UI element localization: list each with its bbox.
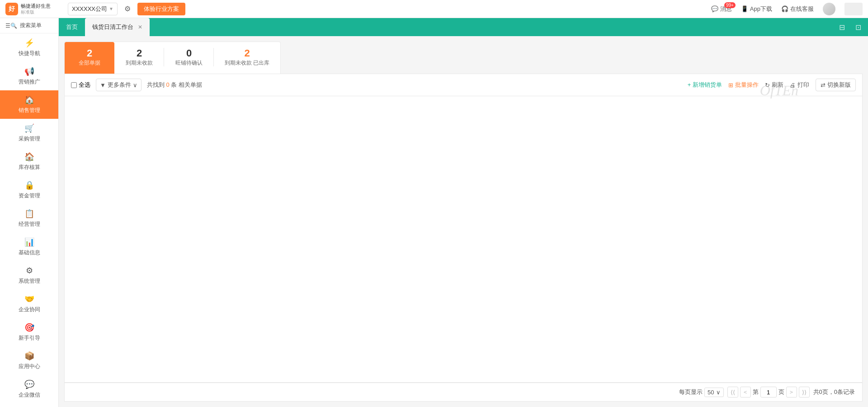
search-icon: ☰🔍 [5, 23, 17, 29]
sidebar-item-quick-nav[interactable]: ⚡ 快捷导航 [0, 33, 58, 62]
sidebar-item-newbie[interactable]: 🎯 新手引导 [0, 318, 58, 346]
new-sale-order-button[interactable]: + 新增销货单 [688, 81, 722, 89]
quick-nav-icon: ⚡ [24, 38, 34, 48]
chevron-down-icon: ▼ [109, 6, 113, 11]
download-icon: 📱 [741, 5, 748, 12]
inventory-icon: 🏠 [24, 152, 34, 162]
switch-icon: ⇄ [821, 82, 826, 89]
page-size-dropdown[interactable]: 50 ∨ [704, 388, 723, 397]
sidebar-item-basic[interactable]: 📊 基础信息 [0, 233, 58, 261]
switch-version-button[interactable]: ⇄ 切换新版 [816, 79, 856, 91]
online-service-button[interactable]: 🎧 在线客服 [781, 5, 814, 13]
tab-workbench[interactable]: 钱货日清工作台 ✕ [85, 18, 150, 36]
sidebar-item-inventory[interactable]: 🏠 库存核算 [0, 147, 58, 176]
top-right-actions: 💬 消息 99+ 📱 App下载 🎧 在线客服 [711, 3, 863, 15]
sidebar-item-sales[interactable]: 🏠 销售管理 [0, 90, 58, 119]
logo-icon: 好 [5, 3, 18, 15]
basic-icon: 📊 [24, 237, 34, 247]
toolbar: 全选 ▼ 更多条件 ∨ 共找到 0 条 相关单据 + 新增销货单 ⊞ [64, 74, 863, 96]
stat-tab-overdue-shipped[interactable]: 2 到期未收款 已出库 [214, 42, 280, 74]
sidebar: ☰🔍 搜索菜单 ⚡ 快捷导航 📢 营销推广 🏠 销售管理 🛒 采购管理 🏠 库存… [0, 18, 59, 407]
next-page-button[interactable]: ＞ [786, 387, 797, 398]
trial-button[interactable]: 体验行业方案 [137, 3, 185, 15]
sales-icon: 🏠 [24, 95, 34, 105]
weixin-icon: 💬 [24, 379, 34, 389]
settings-button[interactable]: ⚙ [121, 3, 134, 15]
company-selector[interactable]: XXXXXX公司 ▼ [68, 3, 118, 15]
prev-page-button[interactable]: ＜ [740, 387, 751, 398]
more-filter-button[interactable]: ▼ 更多条件 ∨ [96, 79, 142, 91]
total-info: 共0页，0条记录 [813, 388, 855, 396]
page-number-input[interactable] [760, 387, 777, 398]
system-icon: ⚙ [26, 266, 33, 276]
stat-tab-all[interactable]: 2 全部单据 [65, 42, 114, 74]
filter-icon: ▼ [100, 82, 106, 89]
tab-bar-right: ⊟ ⊡ [835, 21, 868, 33]
result-text: 共找到 0 条 相关单据 [147, 81, 202, 89]
main-layout: ☰🔍 搜索菜单 ⚡ 快捷导航 📢 营销推广 🏠 销售管理 🛒 采购管理 🏠 库存… [0, 18, 868, 407]
sidebar-item-operation[interactable]: 📋 经营管理 [0, 204, 58, 233]
batch-icon: ⊞ [728, 82, 733, 89]
print-icon: 🖨 [790, 82, 796, 89]
app-download-button[interactable]: 📱 App下载 [741, 5, 772, 13]
tab-close-icon[interactable]: ✕ [138, 24, 142, 30]
select-all-area[interactable]: 全选 [71, 81, 90, 89]
search-menu-item[interactable]: ☰🔍 搜索菜单 [0, 18, 58, 33]
page-content: 2 全部单据 2 到期未收款 0 旺铺待确认 2 到期未收款 已出库 [59, 36, 868, 407]
operation-icon: 📋 [24, 209, 34, 219]
service-icon: 🎧 [781, 5, 788, 12]
sidebar-item-member[interactable]: ♥ 畅会员 [0, 403, 58, 407]
stats-tabs: 2 全部单据 2 到期未收款 0 旺铺待确认 2 到期未收款 已出库 [64, 42, 281, 74]
sidebar-item-weixin[interactable]: 💬 企业微信 [0, 375, 58, 403]
message-button[interactable]: 💬 消息 99+ [711, 5, 732, 13]
stat-tab-pending[interactable]: 0 旺铺待确认 [164, 42, 214, 74]
marketing-icon: 📢 [24, 66, 34, 76]
enterprise-icon: 🤝 [24, 294, 34, 304]
page-size-select: 每页显示 50 ∨ [679, 388, 723, 397]
sidebar-item-system[interactable]: ⚙ 系统管理 [0, 261, 58, 290]
user-menu[interactable] [844, 3, 863, 15]
refresh-icon: ↻ [765, 82, 770, 89]
sidebar-item-purchase[interactable]: 🛒 采购管理 [0, 119, 58, 147]
table-area [64, 96, 863, 383]
sidebar-item-marketing[interactable]: 📢 营销推广 [0, 62, 58, 90]
logo-text: 畅捷通好生意 标准版 [21, 3, 51, 15]
avatar[interactable] [823, 3, 835, 15]
last-page-button[interactable]: ⟩⟩ [799, 387, 810, 398]
refresh-button[interactable]: ↻ 刷新 [765, 81, 783, 89]
top-bar: 好 畅捷通好生意 标准版 XXXXXX公司 ▼ ⚙ 体验行业方案 💬 消息 99… [0, 0, 868, 18]
first-page-button[interactable]: ⟨⟨ [727, 387, 738, 398]
pagination-bar: 每页显示 50 ∨ ⟨⟨ ＜ 第 页 ＞ ⟩⟩ 共0页，0条记录 [64, 383, 863, 402]
purchase-icon: 🛒 [24, 123, 34, 133]
message-icon: 💬 [711, 5, 718, 12]
page-navigation: ⟨⟨ ＜ 第 页 ＞ ⟩⟩ [727, 387, 810, 398]
stat-tab-overdue[interactable]: 2 到期未收款 [114, 42, 164, 74]
message-badge: 99+ [724, 2, 736, 8]
chevron-icon: ∨ [133, 82, 137, 89]
finance-icon: 🔒 [24, 180, 34, 190]
sidebar-item-app-center[interactable]: 📦 应用中心 [0, 346, 58, 375]
toolbar-right: + 新增销货单 ⊞ 批量操作 ↻ 刷新 🖨 打印 ⇄ [688, 79, 856, 91]
select-all-checkbox[interactable] [71, 82, 77, 88]
print-button[interactable]: 🖨 打印 [790, 81, 809, 89]
sidebar-item-enterprise[interactable]: 🤝 企业协同 [0, 290, 58, 318]
tab-home[interactable]: 首页 [59, 18, 85, 36]
newbie-icon: 🎯 [24, 323, 34, 332]
tab-minimize-button[interactable]: ⊟ [835, 21, 848, 33]
tab-bar: 首页 钱货日清工作台 ✕ ⊟ ⊡ [59, 18, 868, 36]
sidebar-item-finance[interactable]: 🔒 资金管理 [0, 176, 58, 204]
app-center-icon: 📦 [24, 351, 34, 361]
logo-area: 好 畅捷通好生意 标准版 [5, 3, 64, 15]
content-area: 首页 钱货日清工作台 ✕ ⊟ ⊡ 2 全部单据 2 到期未收款 [59, 18, 868, 407]
tab-maximize-button[interactable]: ⊡ [852, 21, 864, 33]
dropdown-arrow-icon: ∨ [716, 389, 721, 396]
batch-operation-button[interactable]: ⊞ 批量操作 [728, 81, 759, 89]
